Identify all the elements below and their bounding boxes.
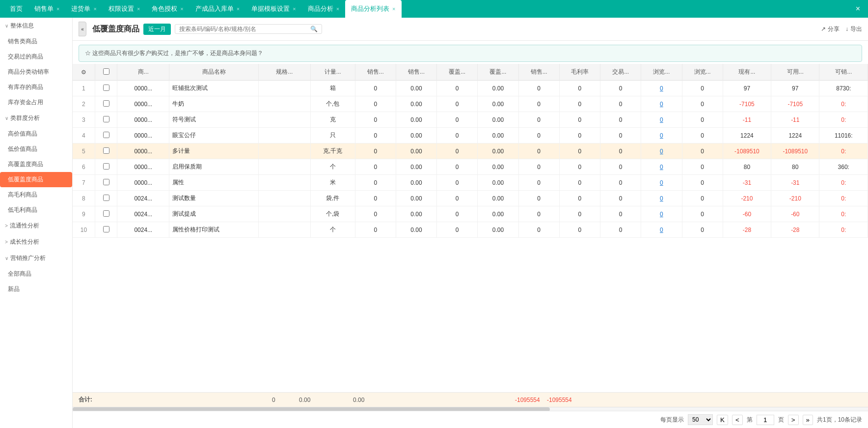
sidebar-item-low-value[interactable]: 低价值商品	[0, 142, 72, 157]
col-spec[interactable]: 规格...	[258, 64, 310, 81]
sidebar-section-overall[interactable]: ∨ 整体信息	[0, 18, 72, 34]
row-checkbox[interactable]	[95, 128, 117, 143]
total-records: 共1页，10条记录	[817, 416, 862, 424]
row-code: 0024...	[117, 222, 169, 238]
row-browse1[interactable]: 0	[641, 96, 682, 112]
sidebar-item-high-coverage[interactable]: 高覆盖度商品	[0, 157, 72, 172]
sidebar-item-low-coverage[interactable]: 低覆盖度商品	[0, 172, 72, 187]
nav-tab-analysis-label: 商品分析	[308, 4, 333, 13]
row-checkbox[interactable]	[95, 191, 117, 206]
last-page-btn[interactable]: »	[803, 415, 813, 425]
row-name: 启用保质期	[169, 159, 259, 175]
nav-tab-sales[interactable]: 销售单 ×	[28, 0, 65, 18]
sidebar-section-liquidity[interactable]: > 流通性分析	[0, 218, 72, 234]
row-checkbox[interactable]	[95, 175, 117, 191]
nav-tab-template-label: 单据模板设置	[251, 4, 290, 13]
sidebar-section-marketing[interactable]: ∨ 营销推广分析	[0, 250, 72, 266]
row-checkbox[interactable]	[95, 159, 117, 175]
sidebar-section-cluster-arrow: ∨	[5, 115, 8, 121]
share-btn[interactable]: ↗ 分享	[821, 25, 840, 33]
row-checkbox[interactable]	[95, 143, 117, 159]
nav-tab-sales-close[interactable]: ×	[56, 6, 59, 12]
sidebar-item-low-gross[interactable]: 低毛利商品	[0, 202, 72, 218]
col-unit[interactable]: 计量...	[310, 64, 355, 81]
sidebar-item-all-goods[interactable]: 全部商品	[0, 266, 72, 282]
row-cov2: 0.00	[478, 159, 518, 175]
export-btn[interactable]: ↓ 导出	[845, 25, 862, 33]
col-code[interactable]: 商...	[117, 64, 169, 81]
search-icon[interactable]: 🔍	[310, 26, 318, 32]
nav-tab-analysis-close[interactable]: ×	[336, 6, 339, 12]
row-browse1[interactable]: 0	[641, 143, 682, 159]
row-trans: 0	[600, 222, 641, 238]
row-checkbox[interactable]	[95, 96, 117, 112]
nav-tab-role[interactable]: 角色授权 ×	[146, 0, 189, 18]
row-sales1: 0	[355, 128, 396, 143]
table-footer: 合计: 0 0.00 0.00 -1095554 -1095554	[73, 392, 868, 407]
row-browse1[interactable]: 0	[641, 222, 682, 238]
sidebar-item-traded-goods[interactable]: 交易过的商品	[0, 49, 72, 64]
row-browse1[interactable]: 0	[641, 112, 682, 128]
nav-tab-permission[interactable]: 权限设置 ×	[103, 0, 146, 18]
sidebar-item-high-value[interactable]: 高价值商品	[0, 126, 72, 142]
nav-tab-product-inbound-close[interactable]: ×	[237, 6, 240, 12]
row-browse1[interactable]: 0	[641, 191, 682, 206]
nav-tab-template[interactable]: 单据模板设置 ×	[245, 0, 301, 18]
col-cov2[interactable]: 覆盖...	[478, 64, 518, 81]
col-browse2[interactable]: 浏览...	[682, 64, 723, 81]
nav-tab-product-inbound[interactable]: 产成品入库单 ×	[190, 0, 245, 18]
sidebar-collapse-btn[interactable]: «	[79, 22, 86, 36]
nav-tab-purchase[interactable]: 进货单 ×	[65, 0, 102, 18]
select-all-checkbox[interactable]	[103, 68, 109, 75]
col-stock3[interactable]: 可销...	[819, 64, 868, 81]
row-checkbox[interactable]	[95, 112, 117, 128]
row-browse1[interactable]: 0	[641, 159, 682, 175]
row-num: 8	[73, 191, 95, 206]
col-browse1[interactable]: 浏览...	[641, 64, 682, 81]
sidebar-item-has-stock[interactable]: 有库存的商品	[0, 80, 72, 95]
row-browse1[interactable]: 0	[641, 128, 682, 143]
col-sales1[interactable]: 销售...	[355, 64, 396, 81]
col-gross[interactable]: 毛利率	[559, 64, 600, 81]
search-input[interactable]	[179, 26, 308, 32]
nav-tab-analysis-list[interactable]: 商品分析列表 ×	[345, 0, 401, 18]
col-trans[interactable]: 交易...	[600, 64, 641, 81]
nav-tab-purchase-close[interactable]: ×	[93, 6, 96, 12]
row-browse1[interactable]: 0	[641, 206, 682, 222]
row-checkbox[interactable]	[95, 222, 117, 238]
row-browse1[interactable]: 0	[641, 175, 682, 191]
per-page-select[interactable]: 50 100 200	[688, 414, 713, 425]
nav-tab-permission-label: 权限设置	[108, 4, 134, 13]
next-page-btn[interactable]: >	[788, 415, 799, 425]
row-checkbox[interactable]	[95, 206, 117, 222]
row-sales1: 0	[355, 191, 396, 206]
col-stock1[interactable]: 现有...	[723, 64, 771, 81]
first-page-btn[interactable]: K	[717, 415, 728, 425]
sidebar-item-category-rate[interactable]: 商品分类动销率	[0, 64, 72, 80]
row-browse2: 0	[682, 206, 723, 222]
period-btn[interactable]: 近一月	[143, 24, 171, 35]
nav-tab-permission-close[interactable]: ×	[137, 6, 140, 12]
col-settings[interactable]: ⚙	[73, 64, 95, 81]
col-name[interactable]: 商品名称	[169, 64, 259, 81]
window-close-btn[interactable]: ×	[852, 4, 864, 13]
sidebar-item-sales-goods[interactable]: 销售类商品	[0, 34, 72, 49]
nav-tab-home[interactable]: 首页	[4, 0, 28, 18]
col-stock2[interactable]: 可用...	[771, 64, 819, 81]
row-browse1[interactable]: 0	[641, 81, 682, 96]
col-sales2[interactable]: 销售...	[396, 64, 436, 81]
sidebar-item-stock-fund[interactable]: 库存资金占用	[0, 95, 72, 110]
page-input[interactable]	[757, 415, 774, 425]
prev-page-btn[interactable]: <	[732, 415, 743, 425]
sidebar-section-cluster[interactable]: ∨ 类群度分析	[0, 110, 72, 126]
sidebar-section-growth[interactable]: > 成长性分析	[0, 234, 72, 250]
nav-tab-role-close[interactable]: ×	[180, 6, 183, 12]
sidebar-item-new-goods[interactable]: 新品	[0, 282, 72, 297]
sidebar-item-high-gross[interactable]: 高毛利商品	[0, 187, 72, 202]
col-cov1[interactable]: 覆盖...	[437, 64, 478, 81]
row-checkbox[interactable]	[95, 81, 117, 96]
nav-tab-analysis[interactable]: 商品分析 ×	[302, 0, 345, 18]
col-sales3[interactable]: 销售...	[518, 64, 559, 81]
nav-tab-analysis-list-close[interactable]: ×	[392, 6, 395, 12]
nav-tab-template-close[interactable]: ×	[293, 6, 296, 12]
